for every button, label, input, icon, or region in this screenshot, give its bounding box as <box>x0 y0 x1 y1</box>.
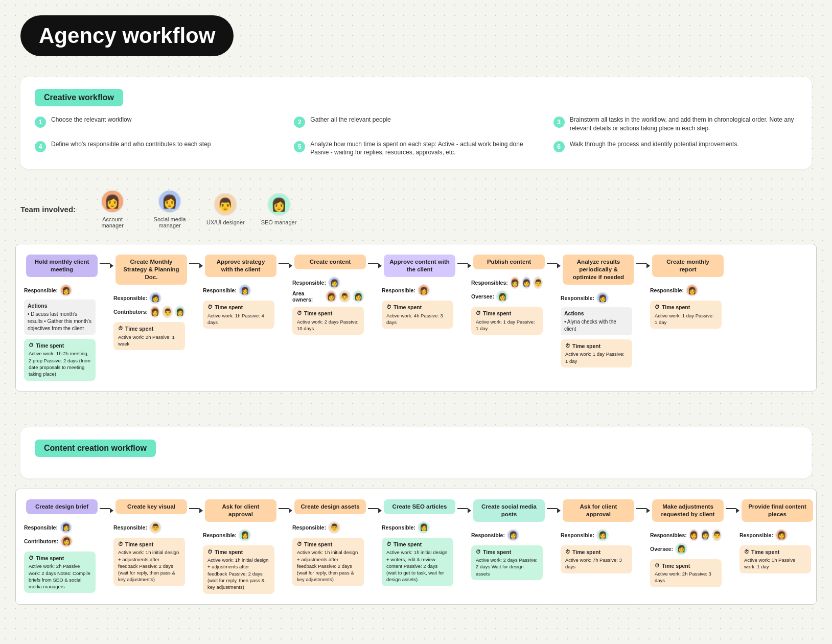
avatar: 👨 <box>162 306 172 318</box>
responsible-label: Responsible: <box>203 287 237 293</box>
arrow-head <box>378 508 382 513</box>
flow-node: Approve content with the clientResponsib… <box>382 255 457 329</box>
flow-arrow <box>726 499 739 513</box>
responsible-row: Responsible:👩 <box>292 277 364 289</box>
flow-card: Responsible:👩⏱Time spentActive work: 1h … <box>382 521 453 586</box>
arrow-line <box>189 263 199 264</box>
arrow-line <box>279 263 289 264</box>
flow-card: Responsible:👩⏱Time spentActive work: 2 d… <box>471 529 543 581</box>
responsible-row: Responsible:👩 <box>203 284 274 296</box>
flow2-row: Create design briefResponsible:👩Contribu… <box>24 499 808 594</box>
flow-node: Approve strategy with the clientResponsi… <box>203 255 279 329</box>
step-text: Choose the relevant workflow <box>51 116 131 124</box>
step-item: 6Walk through the process and identify p… <box>553 140 797 157</box>
time-label: Time spent <box>215 548 243 556</box>
clock-icon: ⏱ <box>476 310 481 317</box>
contributors-label: Contributors: <box>113 309 148 315</box>
team-member: 👩Social media manager <box>149 190 190 228</box>
responsible-label: Responsible: <box>113 295 147 301</box>
responsible-row: Responsible:👩 <box>113 292 185 304</box>
team-member: 👨UX/UI designer <box>206 193 245 225</box>
time-title: ⏱Time spent <box>118 541 180 548</box>
avatar: 👩 <box>328 277 340 289</box>
flow-card: Responsible:👩Area owners:👩👨👩⏱Time spentA… <box>292 277 364 335</box>
flow-arrow <box>457 255 471 268</box>
time-text: Active work: 1h initial design + adjustm… <box>207 557 270 590</box>
flow-node: Publish contentResponsibles:👩👩👨Oversee:👩… <box>471 255 547 335</box>
actions-text: • Discuss last month's results • Gather … <box>28 311 92 332</box>
time-box: ⏱Time spentActive work: 4h Passive: 3 da… <box>382 301 453 329</box>
arrow-head <box>736 508 739 513</box>
contributors-row: Contributors:👩👨👩 <box>113 306 185 318</box>
responsible-row: Responsible:👩 <box>382 521 453 534</box>
creative-workflow-section: Creative workflow 1Choose the relevant w… <box>20 77 812 169</box>
responsible-label: Responsible: <box>561 532 594 538</box>
flow-card: Responsible:👩Contributors:👩⏱Time spentAc… <box>24 521 96 593</box>
time-text: Active work: 1h initial design + adjustm… <box>118 549 180 583</box>
responsible-label: Responsible: <box>739 532 773 538</box>
team-member: 👩Account manager <box>92 190 133 228</box>
avatar: 👩 <box>149 292 161 304</box>
time-label: Time spent <box>483 548 511 556</box>
flow-step-box: Create design assets <box>294 499 366 514</box>
arrow-line <box>279 508 289 509</box>
clock-icon: ⏱ <box>565 342 570 350</box>
time-title: ⏱Time spent <box>207 304 270 311</box>
flow-arrow <box>368 255 382 268</box>
flow-step-box: Create Monthly Strategy & Planning Doc. <box>115 255 187 285</box>
time-label: Time spent <box>572 548 600 556</box>
flow-card: Responsible:👨⏱Time spentActive work: 1h … <box>292 521 364 586</box>
avatar: 👩 <box>353 290 364 303</box>
contributors-label: Contributors: <box>24 538 58 544</box>
responsible-label: Responsible: <box>24 287 58 293</box>
arrow-head <box>646 263 650 268</box>
step-num: 5 <box>294 141 305 152</box>
time-label: Time spent <box>751 548 779 556</box>
step-text: Walk through the process and identify po… <box>570 140 739 149</box>
time-title: ⏱Time spent <box>655 304 717 311</box>
time-box: ⏱Time spentActive work: 1h Passive work:… <box>739 545 811 573</box>
area-owners-row: Area owners:👩👨👩 <box>292 290 364 303</box>
time-label: Time spent <box>572 342 600 350</box>
time-label: Time spent <box>394 304 422 311</box>
flow-arrow <box>457 499 471 513</box>
avatar: 👩 <box>689 529 699 541</box>
arrow-line <box>457 508 468 509</box>
step-num: 3 <box>553 117 565 128</box>
time-label: Time spent <box>36 555 64 562</box>
time-title: ⏱Time spent <box>655 562 717 570</box>
flow-step-box: Analyze results periodically & optimize … <box>563 255 634 285</box>
arrow-line <box>189 508 199 509</box>
actions-box: Actions• Alyna checks with the client <box>561 307 632 335</box>
step-num: 2 <box>294 117 305 128</box>
oversee-label: Oversee: <box>650 546 673 552</box>
oversee-row: Oversee:👩 <box>650 543 722 555</box>
arrow-head <box>557 508 561 513</box>
member-role: SEO manager <box>261 219 297 225</box>
workflow-2: Create design briefResponsible:👩Contribu… <box>15 489 817 605</box>
avatar: 👩 <box>239 284 251 296</box>
step-text: Analyze how much time is spent on each s… <box>310 140 538 157</box>
time-text: Active work: 1h Passive work: 1 day <box>744 557 806 570</box>
oversee-row: Oversee:👩 <box>471 290 543 303</box>
time-label: Time spent <box>483 310 511 317</box>
flow-node: Create design assetsResponsible:👨⏱Time s… <box>292 499 368 586</box>
responsible-row: Responsible:👩 <box>382 284 453 296</box>
time-label: Time spent <box>125 325 153 333</box>
arrow-line <box>726 508 736 509</box>
flow-arrow <box>636 499 650 513</box>
avatar: 👩 <box>60 284 72 296</box>
time-text: Active work: 1h initial design + writers… <box>386 549 449 583</box>
flow-node: Create key visualResponsible:👨⏱Time spen… <box>113 499 189 586</box>
avatar: 👨 <box>149 521 161 534</box>
arrow-line <box>368 263 378 264</box>
arrow-line <box>100 263 110 264</box>
time-box: ⏱Time spentActive work: 1h initial desig… <box>292 538 364 586</box>
actions-text: • Alyna checks with the client <box>564 318 629 333</box>
flow-node: Ask for client approvalResponsible:👩⏱Tim… <box>561 499 636 573</box>
responsible-row: Responsible:👨 <box>113 521 185 534</box>
responsible-label: Responsible: <box>382 524 415 531</box>
responsible-label: Responsibles: <box>471 280 508 286</box>
clock-icon: ⏱ <box>118 325 123 332</box>
time-box: ⏱Time spentActive work: 2h Passive work:… <box>24 551 96 593</box>
